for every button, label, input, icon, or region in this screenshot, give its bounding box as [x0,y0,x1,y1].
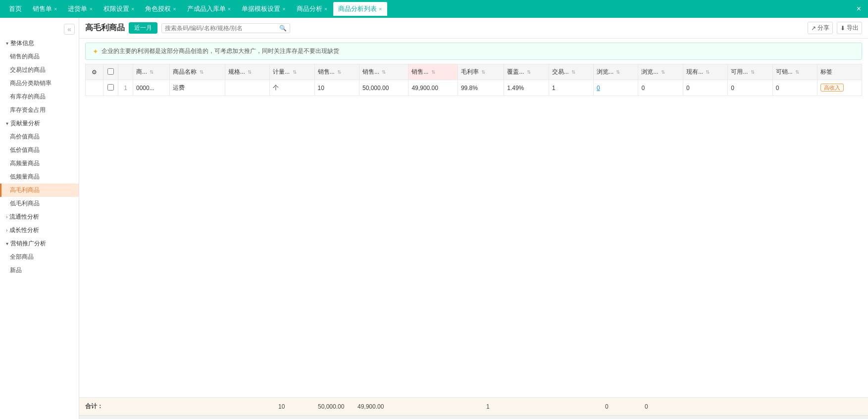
col-settings[interactable]: ⚙ [86,64,103,80]
footer-stock: 0 [602,403,642,410]
sidebar-group-growth[interactable]: › 成长性分析 [0,224,79,237]
tab-sales[interactable]: 销售单 × [28,2,62,16]
cell-browse1: 0 [594,80,638,96]
tab-analysis-list-close[interactable]: × [379,6,382,12]
sort-icon: ⇅ [431,69,435,75]
col-margin-rate[interactable]: 毛利率 ⇅ [458,64,504,80]
tab-analysis-list[interactable]: 商品分析列表 × [333,2,387,16]
select-all-checkbox[interactable] [107,68,114,75]
col-available[interactable]: 可用... ⇅ [728,64,772,80]
row-checkbox[interactable] [107,84,114,91]
cell-trade-count: 1 [549,80,593,96]
top-navigation: 首页 销售单 × 进货单 × 权限设置 × 角色授权 × 产成品入库单 × 单据… [0,0,868,18]
col-name[interactable]: 商品名称 ⇅ [170,64,225,80]
sort-icon: ⇅ [337,69,341,75]
footer-amount: 50,000.00 [315,403,355,410]
sidebar-item-stock-capital[interactable]: 库存资金占用 [0,103,79,117]
tab-product-entry-close[interactable]: × [228,6,231,12]
tab-template[interactable]: 单据模板设置 × [237,2,290,16]
cell-name[interactable]: 运费 [170,80,225,96]
footer-cells: 10 50,000.00 49,900.00 1 0 0 [107,403,862,410]
col-current-stock[interactable]: 现有... ⇅ [683,64,727,80]
sidebar-collapse-button[interactable]: « [64,24,75,35]
sidebar-group-marketing[interactable]: ▾ 营销推广分析 [0,237,79,250]
sidebar-item-new-goods[interactable]: 新品 [0,264,79,277]
col-unit[interactable]: 计量... ⇅ [270,64,314,80]
cell-rownum: 1 [118,80,133,96]
content-area: 高毛利商品 近一月 🔍 ↗ 分享 ⬇ 导出 ✦ [79,18,868,419]
tab-home-label: 首页 [9,4,22,13]
col-spec[interactable]: 规格... ⇅ [225,64,269,80]
col-browse1[interactable]: 浏览... ⇅ [594,64,638,80]
share-button[interactable]: ↗ 分享 [808,22,833,34]
col-sales-amount[interactable]: 销售... ⇅ [359,64,408,80]
col-sales-qty[interactable]: 销售... ⇅ [314,64,359,80]
tab-purchase[interactable]: 进货单 × [63,2,97,16]
footer-qty [107,403,275,410]
sort-icon: ⇅ [571,69,575,75]
col-code[interactable]: 商... ⇅ [133,64,170,80]
filter-recent-month[interactable]: 近一月 [129,22,157,34]
sidebar-group-flow[interactable]: › 流通性分析 [0,210,79,224]
info-text: 企业的主要的利润都是这部分商品创造的，可考虑加大推广，同时关注库存是不要出现缺货 [102,47,339,55]
sidebar-group-overall-label: 整体信息 [10,39,34,47]
tab-product-entry[interactable]: 产成品入库单 × [182,2,236,16]
sort-icon: ⇅ [661,69,665,75]
sidebar-item-stocked-goods[interactable]: 有库存的商品 [0,90,79,103]
footer-qty-val: 10 [275,403,315,410]
cell-saleable: 0 [772,80,817,96]
sidebar-item-sales-goods[interactable]: 销售的商品 [0,50,79,63]
data-table: ⚙ 商... ⇅ 商品名称 ⇅ [85,64,862,96]
tab-sales-close[interactable]: × [54,6,57,12]
header-actions: ↗ 分享 ⬇ 导出 [808,22,862,34]
footer-avail: 0 [642,403,681,410]
sidebar-group-flow-label: 流通性分析 [9,213,39,221]
footer-spacer2 [523,403,602,410]
tab-permissions[interactable]: 权限设置 × [99,2,139,16]
share-icon: ↗ [811,25,816,32]
sidebar-item-traded-goods[interactable]: 交易过的商品 [0,63,79,77]
tab-roles-close[interactable]: × [173,6,176,12]
sidebar-item-high-value[interactable]: 高价值商品 [0,130,79,143]
tab-permissions-close[interactable]: × [131,6,134,12]
sidebar-item-high-margin[interactable]: 高毛利商品 [0,184,79,197]
sidebar-group-wealth[interactable]: ▾ 贡献量分析 [0,117,79,130]
search-input[interactable] [165,25,279,32]
tab-product-entry-label: 产成品入库单 [187,4,226,13]
tag-badge: 高收入 [820,84,844,92]
cell-available: 0 [728,80,772,96]
col-trade-count[interactable]: 交易... ⇅ [549,64,593,80]
overall-arrow-icon: ▾ [6,41,8,46]
sidebar-item-low-margin[interactable]: 低毛利商品 [0,197,79,210]
search-icon[interactable]: 🔍 [279,25,287,32]
sidebar-item-low-freq[interactable]: 低频量商品 [0,170,79,184]
tab-home[interactable]: 首页 [4,2,27,16]
col-browse2[interactable]: 浏览... ⇅ [638,64,683,80]
tab-purchase-close[interactable]: × [89,6,92,12]
window-close-button[interactable]: × [854,4,864,13]
sidebar-item-goods-assist[interactable]: 商品分类助销率 [0,77,79,90]
col-coverage[interactable]: 覆盖... ⇅ [504,64,549,80]
cell-current-stock: 0 [683,80,727,96]
export-button[interactable]: ⬇ 导出 [837,22,862,34]
tab-analysis[interactable]: 商品分析 × [292,2,332,16]
col-saleable[interactable]: 可销... ⇅ [772,64,817,80]
col-tag: 标签 [817,64,862,80]
col-sales-cost[interactable]: 销售... ⇅ [408,64,458,80]
sidebar-group-overall[interactable]: ▾ 整体信息 [0,37,79,50]
cell-tag: 高收入 [817,80,862,96]
tab-template-close[interactable]: × [282,6,285,12]
tab-analysis-close[interactable]: × [324,6,327,12]
footer-trade: 1 [483,403,523,410]
cell-code: 0000... [133,80,170,96]
horizontal-scrollbar[interactable] [79,415,868,419]
cell-checkbox [103,80,118,96]
col-rownum [118,64,133,80]
sidebar-item-all-goods[interactable]: 全部商品 [0,250,79,264]
sort-icon: ⇅ [527,69,531,75]
tab-roles[interactable]: 角色授权 × [140,2,181,16]
info-banner: ✦ 企业的主要的利润都是这部分商品创造的，可考虑加大推广，同时关注库存是不要出现… [85,43,862,60]
settings-icon[interactable]: ⚙ [92,69,97,76]
sidebar-item-low-value[interactable]: 低价值商品 [0,143,79,157]
sidebar-item-high-freq[interactable]: 高频量商品 [0,157,79,170]
